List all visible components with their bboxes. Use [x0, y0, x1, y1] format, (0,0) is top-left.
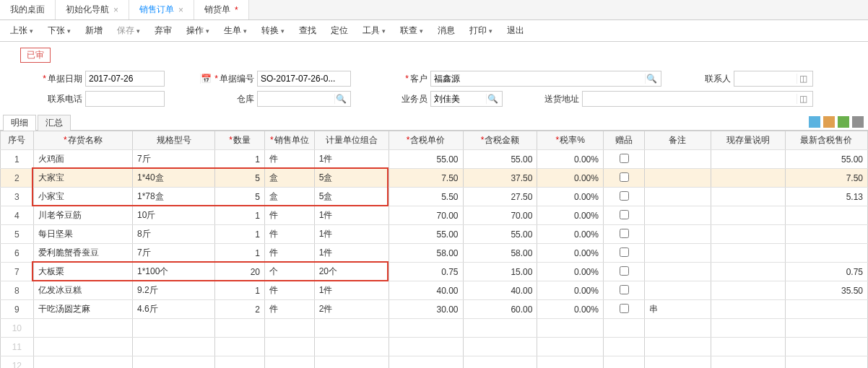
phone-label: 联系电话 [22, 93, 85, 105]
customer-input[interactable] [431, 71, 645, 86]
chevron-down-icon: ▾ [382, 27, 386, 35]
col-stock[interactable]: 现存量说明 [711, 131, 785, 150]
table-row[interactable]: 9干吃汤圆芝麻4.6斤2件2件30.0060.000.00%串 [1, 300, 868, 319]
chevron-down-icon: ▾ [281, 27, 285, 35]
detail-grid: 序号存货名称规格型号数量销售单位计量单位组合含税单价含税金额税率%赠品备注现存量… [0, 131, 868, 368]
bill-no-label: *单据编号 [194, 73, 257, 85]
customer-label: *客户 [394, 73, 430, 85]
status-badge: 已审 [20, 48, 51, 63]
toolbar: 上张▾下张▾新增保存▾弃审操作▾生单▾转换▾查找定位工具▾联查▾消息打印▾退出 [0, 20, 868, 42]
tab-summary[interactable]: 汇总 [38, 115, 71, 131]
table-row[interactable]: 6爱利脆蟹香蚕豆7斤1件1件58.0058.000.00% [1, 244, 868, 263]
copy-icon[interactable] [809, 116, 820, 128]
table-row[interactable]: 4川老爷豆筋10斤1件1件70.0070.000.00% [1, 206, 868, 225]
table-row[interactable]: 1火鸡面7斤1件1件55.0055.000.00%55.00 [1, 150, 868, 169]
status-area: 已审 [20, 48, 868, 63]
col-qty[interactable]: 数量 [215, 131, 265, 150]
paste-icon[interactable] [823, 116, 835, 128]
chevron-down-icon: ▾ [489, 27, 492, 35]
warehouse-input[interactable] [258, 92, 334, 106]
chevron-down-icon: ▾ [206, 27, 209, 35]
doc-tab-0[interactable]: 我的桌面 [0, 0, 56, 19]
chevron-down-icon: ▾ [420, 27, 423, 35]
tool-联查[interactable]: 联查▾ [394, 23, 429, 38]
col-name[interactable]: 存货名称 [33, 131, 132, 150]
tool-转换[interactable]: 转换▾ [256, 23, 290, 38]
tool-下张[interactable]: 下张▾ [42, 23, 77, 38]
table-row-empty[interactable]: 10 [1, 319, 868, 338]
search-icon[interactable]: 🔍 [645, 74, 658, 84]
contact-input[interactable] [734, 71, 797, 86]
close-icon[interactable]: * [235, 5, 238, 15]
tool-保存[interactable]: 保存▾ [111, 23, 146, 38]
col-unitgrp[interactable]: 计量单位组合 [314, 131, 389, 150]
col-rate[interactable]: 税率% [537, 131, 604, 150]
doc-tab-2[interactable]: 销售订单× [129, 0, 194, 19]
export-icon[interactable] [838, 116, 849, 128]
gift-checkbox[interactable] [620, 247, 629, 257]
chevron-down-icon: ▾ [30, 27, 33, 35]
search-icon[interactable]: 🔍 [334, 94, 347, 104]
bill-date-input[interactable] [86, 71, 200, 86]
tool-工具[interactable]: 工具▾ [357, 23, 391, 38]
gift-checkbox[interactable] [620, 304, 629, 313]
chevron-down-icon: ▾ [136, 27, 140, 35]
close-icon[interactable]: × [113, 5, 118, 15]
table-row[interactable]: 8亿发冰豆糕9.2斤1件1件40.0040.000.00%35.50 [1, 281, 868, 300]
table-row[interactable]: 5每日坚果8斤1件1件55.0055.000.00% [1, 225, 868, 244]
tool-icon[interactable] [852, 116, 864, 128]
tool-查找[interactable]: 查找 [293, 23, 322, 38]
tool-定位[interactable]: 定位 [325, 23, 354, 38]
warehouse-label: 仓库 [194, 93, 257, 105]
table-row[interactable]: 3小家宝1*78盒5盒5盒5.5027.500.00%5.13 [1, 188, 868, 206]
shipaddr-input[interactable] [583, 92, 797, 106]
sales-label: 业务员 [394, 93, 430, 105]
document-tabs: 我的桌面初始化导航×销售订单×销货单* [0, 0, 868, 20]
phone-input[interactable] [86, 92, 161, 106]
tool-退出[interactable]: 退出 [501, 23, 530, 38]
gift-checkbox[interactable] [620, 191, 629, 201]
tool-打印[interactable]: 打印▾ [464, 23, 498, 38]
col-newprice[interactable]: 最新含税售价 [785, 131, 867, 150]
bill-no-input[interactable] [258, 71, 347, 86]
col-gift[interactable]: 赠品 [603, 131, 644, 150]
tool-弃审[interactable]: 弃审 [149, 23, 178, 38]
tab-detail[interactable]: 明细 [3, 115, 36, 131]
doc-tab-1[interactable]: 初始化导航× [56, 0, 129, 19]
col-amt[interactable]: 含税金额 [463, 131, 537, 150]
chevron-down-icon: ▾ [243, 27, 247, 35]
bill-date-label: *单据日期 [22, 73, 85, 85]
col-unit[interactable]: 销售单位 [265, 131, 315, 150]
close-icon[interactable]: × [178, 5, 183, 15]
gift-checkbox[interactable] [620, 266, 629, 276]
tool-上张[interactable]: 上张▾ [4, 23, 39, 38]
table-row[interactable]: 7大板栗1*100个20个20个0.7515.000.00%0.75 [1, 263, 868, 281]
form-area: *单据日期 📅 *单据编号 *客户 🔍 联系人 ◫ [0, 67, 868, 113]
tool-生单[interactable]: 生单▾ [218, 23, 253, 38]
tool-操作[interactable]: 操作▾ [181, 23, 215, 38]
tool-消息[interactable]: 消息 [432, 23, 461, 38]
shipaddr-label: 送货地址 [539, 93, 582, 105]
detail-tabs: 明细 汇总 [0, 113, 868, 131]
chevron-down-icon: ▾ [67, 27, 71, 35]
contact-icon[interactable]: ◫ [797, 74, 810, 84]
search-icon[interactable]: 🔍 [486, 94, 499, 104]
table-row[interactable]: 2大家宝1*40盒5盒5盒7.5037.500.00%7.50 [1, 169, 868, 188]
doc-tab-3[interactable]: 销货单* [194, 0, 249, 19]
gift-checkbox[interactable] [620, 285, 629, 294]
col-seq[interactable]: 序号 [1, 131, 34, 150]
gift-checkbox[interactable] [620, 229, 629, 238]
contact-icon[interactable]: ◫ [797, 94, 810, 104]
col-spec[interactable]: 规格型号 [133, 131, 215, 150]
table-row-empty[interactable]: 11 [1, 338, 868, 356]
table-row-empty[interactable]: 12 [1, 356, 868, 369]
col-price[interactable]: 含税单价 [389, 131, 463, 150]
gift-checkbox[interactable] [620, 172, 629, 182]
grid-action-icons [809, 116, 868, 128]
gift-checkbox[interactable] [620, 154, 629, 163]
grid-wrapper: 序号存货名称规格型号数量销售单位计量单位组合含税单价含税金额税率%赠品备注现存量… [0, 131, 868, 368]
tool-新增[interactable]: 新增 [79, 23, 108, 38]
gift-checkbox[interactable] [620, 210, 629, 219]
sales-input[interactable] [431, 92, 486, 106]
col-note[interactable]: 备注 [645, 131, 711, 150]
